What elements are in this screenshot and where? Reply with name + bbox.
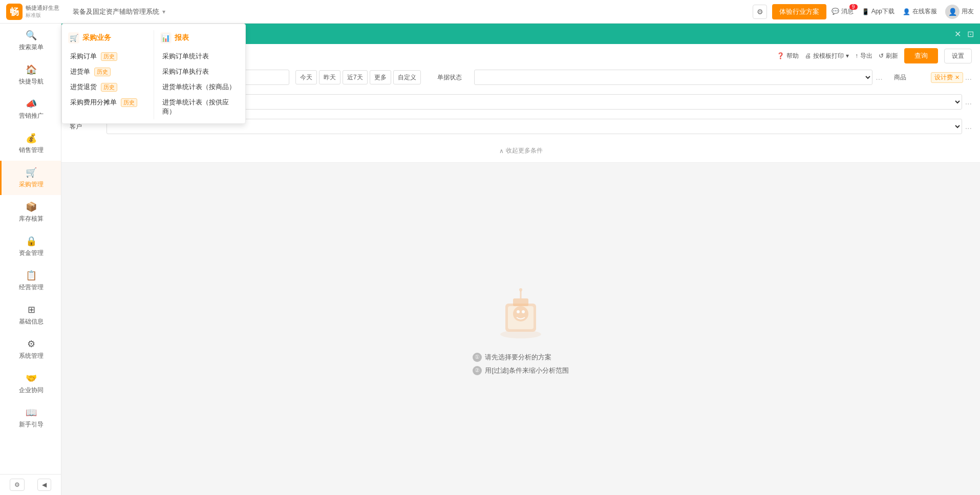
customer-dots[interactable]: ... xyxy=(965,122,972,131)
purchase-col: 🛒 采购业务 采购订单 历史 进货单 历史 进货退货 历史 采购费用分摊单 历史 xyxy=(62,30,154,119)
query-btn[interactable]: 查询 xyxy=(904,48,938,63)
quick-7days[interactable]: 近7天 xyxy=(343,70,368,84)
dropdown-purchase-order-exec[interactable]: 采购订单执行表 xyxy=(160,64,240,79)
sidebar-label-sales: 销售管理 xyxy=(19,146,44,155)
sidebar-label-basic: 基础信息 xyxy=(19,317,44,326)
sidebar-label-enterprise: 企业协同 xyxy=(19,386,44,395)
logo-area: 畅 畅捷通好生意 标准版 xyxy=(6,4,68,20)
industry-btn[interactable]: 体验行业方案 xyxy=(772,4,826,19)
basic-icon: ⊞ xyxy=(28,304,35,315)
help-btn[interactable]: ❓ 帮助 xyxy=(777,52,799,60)
status-select[interactable] xyxy=(474,70,873,85)
app-download-item[interactable]: 📱 App下载 xyxy=(862,7,894,16)
report-col-title-text: 报表 xyxy=(175,33,189,42)
salesman-dots[interactable]: ... xyxy=(965,97,972,106)
purchase-order-exec-label: 采购订单执行表 xyxy=(162,67,209,76)
dropdown-goods-receipt[interactable]: 进货单 历史 xyxy=(68,64,147,79)
tip-text-2: 用[过滤]条件来缩小分析范围 xyxy=(485,366,568,375)
refresh-btn[interactable]: ↺ 刷新 xyxy=(879,52,898,60)
purchase-icon: 🛒 xyxy=(26,167,37,178)
sidebar-item-basic[interactable]: ⊞ 基础信息 xyxy=(0,298,61,332)
phone-icon: 📱 xyxy=(862,8,869,15)
purchase-fee-label: 采购费用分摊单 xyxy=(70,98,117,107)
goods-stats-by-goods-label: 进货单统计表（按商品） xyxy=(162,82,236,92)
goods-receipt-history[interactable]: 历史 xyxy=(94,68,111,76)
quick-more[interactable]: 更多 xyxy=(370,70,391,84)
status-dots[interactable]: ... xyxy=(876,73,882,82)
top-header: 畅 畅捷通好生意 标准版 装备及固定资产辅助管理系统 ▾ ⚙ 体验行业方案 💬 … xyxy=(0,0,980,24)
tip-text-1: 请先选择要分析的方案 xyxy=(485,353,551,362)
app-download-label: App下载 xyxy=(871,7,894,16)
print-btn[interactable]: 🖨 按模板打印 ▾ xyxy=(805,52,849,60)
sidebar-item-finance[interactable]: 🔒 资金管理 xyxy=(0,229,61,264)
sidebar-item-enterprise[interactable]: 🤝 企业协同 xyxy=(0,367,61,401)
goods-dots[interactable]: ... xyxy=(965,73,972,82)
goods-label: 商品 xyxy=(894,73,925,82)
goods-tag-close[interactable]: ✕ xyxy=(955,74,960,81)
goods-tag: 设计费 ✕ xyxy=(931,72,963,83)
dropdown-purchase-order[interactable]: 采购订单 历史 xyxy=(68,49,147,64)
sidebar-item-purchase[interactable]: 🛒 采购管理 xyxy=(0,161,61,195)
tab-restore-btn[interactable]: ⊡ xyxy=(965,27,976,41)
empty-state: ① 请先选择要分析的方案 ② 用[过滤]条件来缩小分析范围 xyxy=(61,163,980,495)
header-right: 💬 消息 9 📱 App下载 👤 在线客服 👤 用友 xyxy=(832,5,974,19)
collapse-icon: ∧ xyxy=(499,147,504,155)
logo-icon: 畅 xyxy=(6,4,23,20)
salesman-select[interactable] xyxy=(241,94,962,110)
sidebar-label-marketing: 营销推广 xyxy=(19,112,44,120)
sidebar-item-sales[interactable]: 💰 销售管理 xyxy=(0,126,61,161)
home-icon: 🏠 xyxy=(26,64,37,75)
logo-badge: 标准版 xyxy=(26,12,59,19)
sidebar-item-inventory[interactable]: 📦 库存核算 xyxy=(0,195,61,229)
sidebar-item-quick-nav[interactable]: 🏠 快捷导航 xyxy=(0,58,61,92)
purchase-order-stats-label: 采购订单统计表 xyxy=(162,52,209,61)
sidebar-item-newbie[interactable]: 📖 新手引导 xyxy=(0,401,61,435)
sidebar-label-system: 系统管理 xyxy=(19,352,44,360)
logo-text-area: 畅捷通好生意 标准版 xyxy=(26,4,59,18)
quick-today[interactable]: 今天 xyxy=(295,70,317,84)
sidebar-item-marketing[interactable]: 📣 营销推广 xyxy=(0,92,61,126)
dropdown-purchase-order-stats[interactable]: 采购订单统计表 xyxy=(160,49,240,64)
quick-custom[interactable]: 自定义 xyxy=(393,70,421,84)
search-icon: 🔍 xyxy=(26,30,37,41)
goods-receipt-label: 进货单 xyxy=(70,67,90,76)
sidebar-label-quick-nav: 快捷导航 xyxy=(19,77,44,86)
sidebar-item-system[interactable]: ⚙ 系统管理 xyxy=(0,332,61,367)
marketing-icon: 📣 xyxy=(26,98,37,110)
notification-item[interactable]: 💬 消息 9 xyxy=(832,7,853,16)
dropdown-goods-return[interactable]: 进货退货 历史 xyxy=(68,79,147,95)
newbie-icon: 📖 xyxy=(26,407,37,418)
purchase-fee-history[interactable]: 历史 xyxy=(121,98,137,107)
online-service-item[interactable]: 👤 在线客服 xyxy=(903,7,937,16)
quick-yesterday[interactable]: 昨天 xyxy=(319,70,340,84)
collapse-label: 收起更多条件 xyxy=(506,146,543,155)
collapse-row[interactable]: ∧ 收起更多条件 xyxy=(70,143,972,158)
sidebar-label-purchase: 采购管理 xyxy=(19,180,44,189)
svg-point-8 xyxy=(519,288,522,291)
purchase-order-history[interactable]: 历史 xyxy=(101,52,117,61)
sidebar-item-operation[interactable]: 📋 经营管理 xyxy=(0,264,61,298)
service-icon: 👤 xyxy=(903,8,910,15)
print-dropdown-icon: ▾ xyxy=(846,52,849,59)
sidebar-label-operation: 经营管理 xyxy=(19,283,44,292)
dropdown-goods-stats-by-goods[interactable]: 进货单统计表（按商品） xyxy=(160,79,240,95)
goods-return-history[interactable]: 历史 xyxy=(101,83,117,92)
sidebar-item-search[interactable]: 🔍 搜索菜单 xyxy=(0,24,61,58)
user-avatar: 👤 xyxy=(945,5,960,19)
footer-collapse-btn[interactable]: ◀ xyxy=(37,479,51,491)
tab-close-all-btn[interactable]: ✕ xyxy=(952,27,963,41)
settings-btn[interactable]: ⚙ xyxy=(753,5,767,19)
report-col-icon: 📊 xyxy=(160,32,172,44)
empty-tip-2: ② 用[过滤]条件来缩小分析范围 xyxy=(473,366,568,375)
export-btn[interactable]: ↑ 导出 xyxy=(855,52,872,60)
dropdown-purchase-fee[interactable]: 采购费用分摊单 历史 xyxy=(68,95,147,110)
empty-tip-1: ① 请先选择要分析的方案 xyxy=(473,353,568,362)
user-item[interactable]: 👤 用友 xyxy=(945,5,974,19)
operation-icon: 📋 xyxy=(26,270,37,281)
report-col-title: 📊 报表 xyxy=(160,30,240,49)
footer-settings-btn[interactable]: ⚙ xyxy=(10,479,25,491)
settings-filter-btn[interactable]: 设置 xyxy=(944,49,972,63)
system-dropdown-btn[interactable]: ▾ xyxy=(162,8,165,15)
dropdown-goods-stats-by-supplier[interactable]: 进货单统计表（按供应商） xyxy=(160,95,240,119)
report-col: 📊 报表 采购订单统计表 采购订单执行表 进货单统计表（按商品） 进货单统计表（… xyxy=(154,30,246,119)
